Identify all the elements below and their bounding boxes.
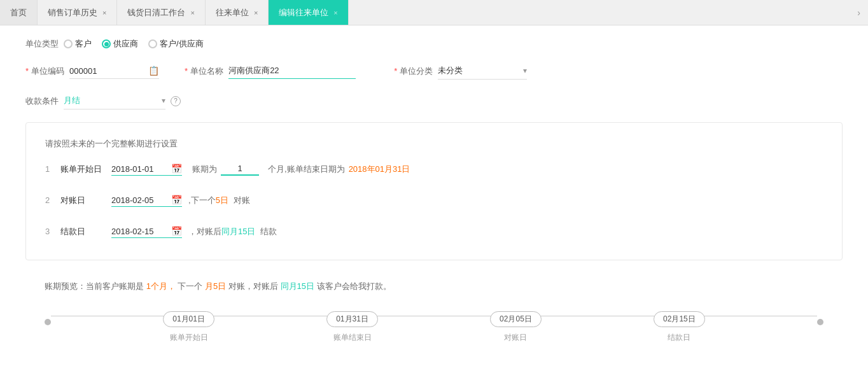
payment-condition-value: 月结 (64, 92, 162, 109)
unit-type-group: 单位类型 客户 供应商 客户/供应商 (25, 38, 204, 50)
radio-supplier[interactable]: 供应商 (102, 38, 138, 50)
payment-condition-select[interactable]: 月结 ▾ (64, 92, 165, 109)
period-label-1: 账单开始日 (60, 164, 111, 175)
radio-circle-customer (64, 39, 73, 48)
month-input[interactable] (221, 162, 259, 176)
tab-sales-label: 销售订单历史 (48, 7, 97, 18)
preview-highlight-1: 1个月， (146, 281, 176, 291)
period-num-1: 1 (45, 164, 60, 174)
classify-value: 未分类 (438, 62, 523, 79)
unit-classify-group: * 单位分类 未分类 ▾ (394, 62, 527, 80)
tab-edit-partner[interactable]: 编辑往来单位 × (269, 0, 348, 25)
timeline-label-3: 对账日 (504, 332, 527, 343)
period-hint-2a: ,下一个 (188, 195, 216, 206)
period-date-input-3[interactable] (111, 227, 169, 236)
tab-sales-order-history[interactable]: 销售订单历史 × (38, 0, 117, 25)
period-end-date: 2018年01月31日 (349, 164, 410, 175)
tab-cash-label: 钱货日清工作台 (127, 7, 185, 18)
timeline-point-3: 02月05日 对账日 (490, 311, 542, 343)
period-date-3: 📅 (111, 225, 182, 238)
required-star2: * (185, 66, 188, 76)
payment-condition-group: 收款条件 月结 ▾ ? (25, 92, 181, 109)
tab-bar: 首页 销售订单历史 × 钱货日清工作台 × 往来单位 × 编辑往来单位 × › (0, 0, 868, 25)
calendar-icon-3[interactable]: 📅 (171, 226, 182, 236)
unit-classify-select[interactable]: 未分类 ▾ (438, 62, 527, 80)
timeline-point-4: 02月15日 结款日 (654, 311, 705, 343)
period-settings-box: 请按照未来的一个完整帐期进行设置 1 账单开始日 📅 账期为 个月,账单结束日期… (25, 122, 843, 260)
tab-cash-work[interactable]: 钱货日清工作台 × (117, 0, 205, 25)
period-num-2: 2 (45, 195, 60, 205)
radio-group: 客户 供应商 客户/供应商 (64, 38, 204, 50)
period-row-2: 2 对账日 📅 ,下一个 5日 对账 (45, 194, 823, 207)
chevron-down-icon2: ▾ (162, 96, 165, 105)
period-hint-3b: 结款 (260, 226, 277, 237)
period-day-highlight-2: 5日 (216, 195, 228, 206)
timeline-dot-start (45, 319, 51, 325)
period-date-input-2[interactable] (111, 195, 169, 205)
tab-home[interactable]: 首页 (0, 0, 38, 25)
tab-partner-unit[interactable]: 往来单位 × (206, 0, 269, 25)
unit-code-input-wrapper: 📋 (69, 64, 159, 79)
period-hint-3a: ，对账后 (188, 226, 221, 237)
calendar-icon-2[interactable]: 📅 (171, 195, 182, 205)
unit-classify-label: 单位分类 (400, 66, 433, 77)
timeline-start-dot (45, 311, 51, 325)
payment-condition-row: 收款条件 月结 ▾ ? (25, 92, 843, 109)
preview-prefix: 账期预览：当前客户账期是 (45, 281, 144, 291)
period-hint-1: 账期为 (192, 164, 217, 175)
period-row-3: 3 结款日 📅 ，对账后 同月15日 结款 (45, 225, 823, 238)
unit-name-label: 单位名称 (190, 66, 223, 77)
period-day-highlight-3: 同月15日 (221, 226, 255, 237)
timeline-points: 01月01日 账单开始日 01月31日 账单结束日 02月05日 对账日 02月… (45, 311, 823, 343)
payment-condition-label: 收款条件 (25, 95, 59, 107)
preview-section: 账期预览：当前客户账期是 1个月， 下一个 月5日 对账，对账后 同月15日 该… (25, 271, 843, 379)
tab-more-button[interactable]: › (850, 8, 868, 18)
timeline-badge-3: 02月05日 (490, 311, 542, 327)
preview-highlight-3: 同月15日 (281, 281, 314, 291)
radio-both[interactable]: 客户/供应商 (148, 38, 204, 50)
timeline-dot-end (817, 319, 823, 325)
required-star: * (25, 66, 29, 76)
timeline-badge-1: 01月01日 (163, 311, 214, 327)
timeline-end-dot (817, 311, 823, 325)
preview-mid2: 对账，对账后 (228, 281, 278, 291)
close-icon[interactable]: × (102, 9, 106, 17)
tab-home-label: 首页 (10, 7, 27, 18)
close-icon[interactable]: × (190, 9, 194, 17)
unit-type-label: 单位类型 (25, 38, 59, 50)
unit-code-input[interactable] (69, 64, 146, 78)
period-hint-2b: 对账 (234, 195, 250, 206)
period-box-title: 请按照未来的一个完整帐期进行设置 (45, 138, 823, 150)
unit-type-row: 单位类型 客户 供应商 客户/供应商 (25, 38, 843, 50)
tab-partner-label: 往来单位 (216, 7, 249, 18)
timeline-point-2: 01月31日 账单结束日 (326, 311, 378, 343)
period-label-3: 结款日 (60, 226, 111, 237)
period-date-2: 📅 (111, 194, 182, 207)
radio-customer-label: 客户 (75, 38, 92, 50)
preview-suffix: 该客户会给我打款。 (317, 281, 391, 291)
timeline-label-4: 结款日 (668, 332, 690, 343)
period-label-2: 对账日 (60, 195, 111, 206)
unit-info-row: * 单位编码 📋 * 单位名称 * 单位分类 未分类 ▾ (25, 62, 843, 80)
preview-highlight-2: 月5日 (205, 281, 226, 291)
required-star3: * (394, 66, 397, 76)
timeline-badge-4: 02月15日 (654, 311, 705, 327)
tab-edit-label: 编辑往来单位 (279, 7, 328, 18)
close-icon[interactable]: × (333, 9, 337, 17)
help-icon[interactable]: ? (171, 96, 181, 106)
unit-name-input[interactable] (228, 64, 356, 79)
close-icon[interactable]: × (254, 9, 258, 17)
period-date-1: 📅 (111, 162, 182, 176)
main-content: 单位类型 客户 供应商 客户/供应商 * 单位编码 (0, 25, 868, 387)
copy-icon[interactable]: 📋 (148, 66, 159, 76)
timeline-badge-2: 01月31日 (326, 311, 378, 327)
timeline-label-1: 账单开始日 (170, 332, 208, 343)
radio-customer[interactable]: 客户 (64, 38, 92, 50)
chevron-down-icon: ▾ (523, 66, 527, 75)
radio-supplier-label: 供应商 (113, 38, 138, 50)
period-hint-month: 个月,账单结束日期为 (268, 164, 345, 175)
radio-circle-both (148, 39, 157, 48)
calendar-icon-1[interactable]: 📅 (171, 164, 182, 174)
period-date-input-1[interactable] (111, 164, 169, 174)
timeline-point-1: 01月01日 账单开始日 (163, 311, 214, 343)
